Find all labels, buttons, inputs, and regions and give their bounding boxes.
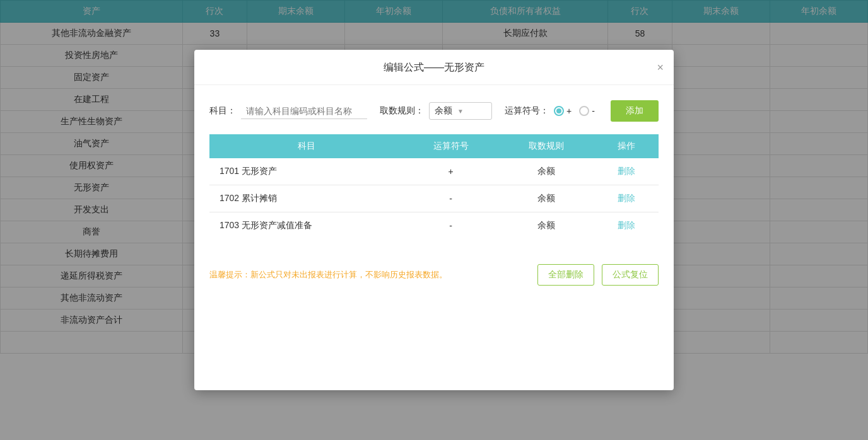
form-row: 科目： 取数规则： 余额 ▼ 运算符号： xyxy=(209,100,659,122)
table-row: 1702 累计摊销 - 余额 删除 xyxy=(209,185,659,212)
table-row: 1703 无形资产减值准备 - 余额 删除 xyxy=(209,212,659,240)
col-fetch-rule: 取数规则 xyxy=(498,134,594,158)
delete-button-2[interactable]: 删除 xyxy=(618,193,635,203)
row-action-3: 删除 xyxy=(594,212,659,240)
operator-minus-label: - xyxy=(592,106,595,116)
operator-plus-radio[interactable]: + xyxy=(554,106,572,116)
row-operator-3: - xyxy=(403,212,498,240)
table-row: 1701 无形资产 + 余额 删除 xyxy=(209,158,659,185)
row-subject-2: 1702 累计摊销 xyxy=(209,185,403,212)
dialog-title: 编辑公式——无形资产 xyxy=(384,61,484,74)
row-subject-1: 1701 无形资产 xyxy=(209,158,403,185)
footer-buttons: 全部删除 公式复位 xyxy=(537,264,659,286)
row-fetch-3: 余额 xyxy=(498,212,594,240)
operator-label: 运算符号： xyxy=(505,105,549,117)
dialog-header: 编辑公式——无形资产 × xyxy=(194,50,674,85)
row-fetch-1: 余额 xyxy=(498,158,594,185)
fetch-rule-select[interactable]: 余额 ▼ xyxy=(429,102,492,120)
operator-minus-radio[interactable]: - xyxy=(579,106,595,116)
fetch-rule-group: 取数规则： 余额 ▼ xyxy=(380,102,492,120)
fetch-rule-label: 取数规则： xyxy=(380,105,424,117)
reset-formula-button[interactable]: 公式复位 xyxy=(602,264,659,286)
close-button[interactable]: × xyxy=(657,62,664,73)
radio-unchecked-icon xyxy=(579,106,589,116)
subject-input[interactable] xyxy=(241,103,367,119)
operator-group: 运算符号： + - xyxy=(505,105,595,117)
dialog-body: 科目： 取数规则： 余额 ▼ 运算符号： xyxy=(194,85,674,239)
fetch-rule-value: 余额 xyxy=(435,105,452,117)
delete-button-1[interactable]: 删除 xyxy=(618,166,635,176)
radio-checked-icon xyxy=(554,106,564,116)
delete-all-button[interactable]: 全部删除 xyxy=(537,264,594,286)
edit-formula-dialog: 编辑公式——无形资产 × 科目： 取数规则： 余额 ▼ xyxy=(194,50,674,390)
add-button[interactable]: 添加 xyxy=(611,100,659,122)
footer-hint: 温馨提示：新公式只对未出报表进行计算，不影响历史报表数据。 xyxy=(209,269,447,281)
delete-button-3[interactable]: 删除 xyxy=(618,220,635,230)
col-subject: 科目 xyxy=(209,134,403,158)
subject-field-group: 科目： xyxy=(209,103,367,119)
modal-overlay: 编辑公式——无形资产 × 科目： 取数规则： 余额 ▼ xyxy=(0,0,868,440)
formula-table: 科目 运算符号 取数规则 操作 1701 无形资产 + 余额 删除 xyxy=(209,134,659,239)
subject-label: 科目： xyxy=(209,105,236,117)
col-action: 操作 xyxy=(594,134,659,158)
row-fetch-2: 余额 xyxy=(498,185,594,212)
chevron-down-icon: ▼ xyxy=(457,108,464,115)
row-subject-3: 1703 无形资产减值准备 xyxy=(209,212,403,240)
operator-plus-label: + xyxy=(566,106,572,116)
operator-radio-group: + - xyxy=(554,106,595,116)
col-operator: 运算符号 xyxy=(403,134,498,158)
row-action-1: 删除 xyxy=(594,158,659,185)
row-operator-1: + xyxy=(403,158,498,185)
row-operator-2: - xyxy=(403,185,498,212)
row-action-2: 删除 xyxy=(594,185,659,212)
dialog-footer: 温馨提示：新公式只对未出报表进行计算，不影响历史报表数据。 全部删除 公式复位 xyxy=(194,252,674,298)
